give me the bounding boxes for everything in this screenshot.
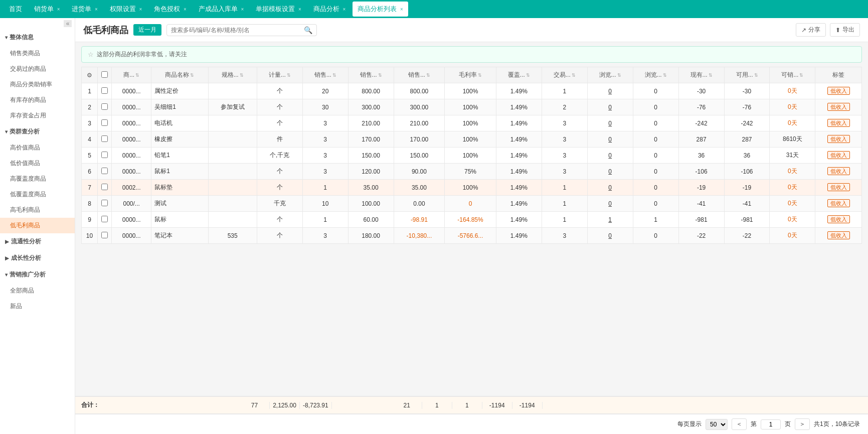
- nav-close-roles[interactable]: ×: [184, 7, 187, 12]
- select-all-checkbox[interactable]: [101, 71, 108, 78]
- sidebar-item-capital-usage[interactable]: 库存资金占用: [0, 108, 75, 123]
- row-available: -76: [724, 99, 770, 115]
- row-select-checkbox[interactable]: [101, 135, 108, 142]
- row-no: 10: [82, 228, 98, 244]
- row-select-checkbox[interactable]: [101, 232, 108, 238]
- search-input[interactable]: [171, 27, 304, 34]
- col-settings[interactable]: ⚙: [82, 67, 98, 83]
- sidebar-group-liquidity[interactable]: ▶ 流通性分析: [0, 233, 75, 250]
- next-page-btn[interactable]: ＞: [795, 418, 810, 430]
- sidebar-item-traded-goods[interactable]: 交易过的商品: [0, 61, 75, 77]
- col-coverage[interactable]: 覆盖...⇅: [496, 67, 542, 83]
- row-select-checkbox[interactable]: [101, 184, 108, 190]
- row-select-checkbox[interactable]: [101, 103, 108, 110]
- sidebar-item-high-value[interactable]: 高价值商品: [0, 140, 75, 156]
- nav-permissions[interactable]: 权限设置 ×: [105, 2, 147, 17]
- row-no: 7: [82, 180, 98, 196]
- page-input[interactable]: [761, 419, 781, 429]
- col-browse1[interactable]: 浏览...⇅: [587, 67, 633, 83]
- row-select-checkbox[interactable]: [101, 152, 108, 158]
- sidebar-group-marketing[interactable]: ▾ 营销推广分析: [0, 266, 75, 283]
- nav-close-purchase[interactable]: ×: [95, 7, 98, 12]
- row-browse1[interactable]: 0: [587, 180, 633, 196]
- nav-close-permissions[interactable]: ×: [139, 7, 142, 12]
- nav-close-templates[interactable]: ×: [298, 7, 301, 12]
- col-unit[interactable]: 计量...⇅: [257, 67, 302, 83]
- row-trade-count: 1: [542, 180, 587, 196]
- arrow-icon-overall: ▾: [5, 35, 8, 40]
- footer-browse1: 1: [422, 402, 452, 409]
- nav-close-analysis-list[interactable]: ×: [400, 7, 403, 12]
- filter-tag-btn[interactable]: 近一月: [133, 24, 161, 36]
- per-page-select[interactable]: 50: [706, 419, 728, 430]
- col-current-stock[interactable]: 现有...⇅: [678, 67, 724, 83]
- col-name[interactable]: 商品名称⇅: [151, 67, 208, 83]
- sidebar-item-high-coverage[interactable]: 高覆盖度商品: [0, 171, 75, 187]
- nav-templates[interactable]: 单据模板设置 ×: [251, 2, 306, 17]
- footer-available: -1194: [512, 402, 543, 409]
- sidebar-group-growth[interactable]: ▶ 成长性分析: [0, 250, 75, 266]
- sidebar-group-cluster[interactable]: ▾ 类群查分析: [0, 123, 75, 140]
- row-select-checkbox[interactable]: [101, 200, 108, 206]
- sidebar: « ▾ 整体信息 销售类商品 交易过的商品 商品分类助销率 有库存的商品 库存资…: [0, 18, 75, 434]
- search-icon[interactable]: 🔍: [304, 26, 312, 34]
- row-browse1[interactable]: 1: [587, 212, 633, 228]
- sidebar-item-all-goods[interactable]: 全部商品: [0, 283, 75, 299]
- prev-page-btn[interactable]: ＜: [732, 418, 747, 430]
- sidebar-item-low-value[interactable]: 低价值商品: [0, 156, 75, 171]
- row-browse1[interactable]: 0: [587, 131, 633, 148]
- nav-roles[interactable]: 角色授权 ×: [149, 2, 191, 17]
- row-select-checkbox[interactable]: [101, 119, 108, 126]
- sidebar-item-low-margin[interactable]: 低毛利商品: [0, 218, 75, 233]
- row-select-checkbox[interactable]: [101, 87, 108, 94]
- export-icon: ⬆: [835, 27, 840, 34]
- row-browse1[interactable]: 0: [587, 83, 633, 99]
- export-btn[interactable]: ⬆ 导出: [830, 23, 860, 37]
- sidebar-item-new-goods[interactable]: 新品: [0, 299, 75, 314]
- sidebar-collapse-btn[interactable]: «: [64, 20, 72, 27]
- row-sales-profit: 300.00: [394, 99, 445, 115]
- col-sales-amount[interactable]: 销售...⇅: [348, 67, 394, 83]
- col-trade-count[interactable]: 交易...⇅: [542, 67, 587, 83]
- sidebar-group-overall[interactable]: ▾ 整体信息: [0, 29, 75, 46]
- table-body: 1 0000... 属性定价 个 20 800.00 800.00 100% 1…: [82, 83, 862, 244]
- nav-sales[interactable]: 销货单 ×: [29, 2, 65, 17]
- sidebar-item-low-coverage[interactable]: 低覆盖度商品: [0, 187, 75, 202]
- nav-products[interactable]: 产成品入库单 ×: [194, 2, 249, 17]
- row-current-stock: -22: [678, 228, 724, 244]
- col-gross-rate[interactable]: 毛利率⇅: [445, 67, 496, 83]
- arrow-icon-growth: ▶: [5, 255, 9, 261]
- nav-analysis-list[interactable]: 商品分析列表 ×: [353, 2, 408, 17]
- sidebar-item-sales-goods[interactable]: 销售类商品: [0, 46, 75, 61]
- col-code[interactable]: 商...⇅: [112, 67, 151, 83]
- nav-purchase[interactable]: 进货单 ×: [67, 2, 102, 17]
- nav-home[interactable]: 首页: [4, 2, 27, 17]
- col-sales-qty[interactable]: 销售...⇅: [302, 67, 348, 83]
- row-code: 0000...: [112, 131, 151, 148]
- row-browse1[interactable]: 0: [587, 148, 633, 164]
- row-select-checkbox[interactable]: [101, 216, 108, 222]
- sidebar-item-category-assist[interactable]: 商品分类助销率: [0, 77, 75, 92]
- row-browse1[interactable]: 0: [587, 228, 633, 244]
- sidebar-item-stocked-goods[interactable]: 有库存的商品: [0, 92, 75, 108]
- nav-close-sales[interactable]: ×: [57, 7, 60, 12]
- row-select-checkbox[interactable]: [101, 168, 108, 174]
- col-browse2[interactable]: 浏览...⇅: [633, 67, 678, 83]
- row-sales-profit: 210.00: [394, 115, 445, 131]
- row-browse1[interactable]: 0: [587, 196, 633, 212]
- col-spec[interactable]: 规格...⇅: [208, 67, 257, 83]
- col-sales-profit[interactable]: 销售...⇅: [394, 67, 445, 83]
- row-browse1[interactable]: 0: [587, 115, 633, 131]
- row-unit: 个,千克: [257, 148, 302, 164]
- row-sales-amount: 150.00: [348, 148, 394, 164]
- col-available[interactable]: 可用...⇅: [724, 67, 770, 83]
- row-browse1[interactable]: 0: [587, 99, 633, 115]
- nav-close-products[interactable]: ×: [241, 7, 244, 12]
- col-sellable[interactable]: 可销...⇅: [770, 67, 815, 83]
- sidebar-item-high-margin[interactable]: 高毛利商品: [0, 202, 75, 218]
- row-browse2: 0: [633, 196, 678, 212]
- nav-close-analysis[interactable]: ×: [342, 7, 345, 12]
- row-browse1[interactable]: 0: [587, 164, 633, 180]
- nav-analysis[interactable]: 商品分析 ×: [308, 2, 351, 17]
- share-btn[interactable]: ↗ 分享: [796, 23, 826, 37]
